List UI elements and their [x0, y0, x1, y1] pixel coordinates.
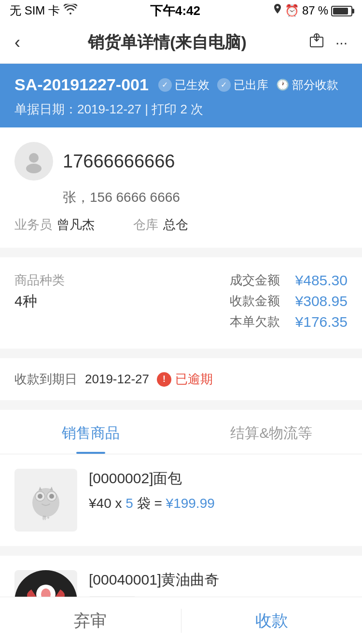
battery-percent-sign: % — [318, 4, 328, 17]
tab-sales-products[interactable]: 销售商品 — [0, 410, 181, 454]
status-tag-partial: 🕐 部分收款 — [276, 77, 338, 93]
overdue-text: 已逾期 — [175, 371, 213, 388]
product-price-x-1: x — [115, 496, 126, 511]
salesperson-value: 曾凡杰 — [57, 216, 95, 233]
customer-meta: 业务员 曾凡杰 仓库 总仓 — [14, 216, 348, 233]
product-name-2: [00040001]黄油曲奇 — [89, 570, 348, 590]
product-total-1: ¥199.99 — [166, 496, 215, 511]
status-partial-label: 部分收款 — [292, 77, 338, 93]
status-tag-effective: ✓ 已生效 — [158, 77, 209, 93]
customer-name: 张，156 6666 6666 — [14, 188, 348, 207]
battery-icon — [331, 4, 352, 17]
svg-point-8 — [49, 494, 54, 499]
amount-label-0: 成交金额 — [230, 272, 280, 289]
amount-label-2: 本单欠款 — [230, 313, 280, 330]
product-eq-1: = — [154, 496, 166, 511]
amount-row-0: 成交金额 ¥485.30 — [230, 272, 348, 289]
order-id: SA-20191227-001 — [14, 75, 149, 94]
carrier-text: 无 SIM 卡 — [10, 3, 60, 18]
warehouse-value: 总仓 — [163, 216, 188, 233]
back-button[interactable]: ‹ — [10, 28, 25, 57]
status-effective-label: 已生效 — [175, 77, 209, 93]
amount-label-1: 收款金额 — [230, 293, 280, 309]
tab-settlement[interactable]: 结算&物流等 — [181, 410, 362, 454]
avatar — [14, 142, 53, 181]
print-count: | 打印 2 次 — [145, 102, 203, 116]
product-info-1: [0000002]面包 ¥40 x 5 袋 = ¥199.99 — [89, 469, 348, 513]
status-right: ⏰ 87% — [273, 4, 352, 17]
status-time: 下午4:42 — [150, 2, 200, 19]
banner-date: 单据日期：2019-12-27 | 打印 2 次 — [14, 101, 348, 118]
summary-section: 商品种类 4种 成交金额 ¥485.30 收款金额 ¥308.95 本单欠款 ¥… — [0, 257, 362, 349]
salesperson-item: 业务员 曾凡杰 — [14, 216, 95, 233]
product-qty-1: 5 — [125, 496, 133, 511]
product-name-1: [0000002]面包 — [89, 469, 348, 489]
overdue-badge: ! 已逾期 — [157, 371, 213, 388]
amount-value-2: ¥176.35 — [290, 314, 348, 330]
category-value: 4种 — [14, 292, 65, 311]
warehouse-item: 仓库 总仓 — [133, 216, 188, 233]
amount-value-1: ¥308.95 — [290, 293, 348, 309]
salesperson-label: 业务员 — [14, 216, 52, 233]
customer-section: 17666666666 张，156 6666 6666 业务员 曾凡杰 仓库 总… — [0, 127, 362, 248]
more-button[interactable]: ··· — [335, 34, 348, 51]
amount-row-1: 收款金额 ¥308.95 — [230, 293, 348, 309]
tabs-section: 销售商品 结算&物流等 — [0, 410, 362, 454]
svg-point-1 — [29, 153, 39, 163]
due-section: 收款到期日 2019-12-27 ! 已逾期 — [0, 358, 362, 400]
customer-phone: 17666666666 — [63, 151, 175, 172]
customer-top: 17666666666 — [14, 142, 348, 181]
cancel-button[interactable]: 弃审 — [0, 600, 181, 642]
svg-point-2 — [26, 164, 42, 173]
product-price-1: ¥40 x 5 袋 = ¥199.99 — [89, 494, 348, 513]
order-date-label: 单据日期：2019-12-27 — [14, 102, 141, 116]
location-icon — [273, 4, 282, 17]
due-label: 收款到期日 — [14, 371, 77, 388]
check-icon-1: ✓ — [158, 78, 172, 92]
list-item: 兽+ [0000002]面包 ¥40 x 5 袋 = ¥199.99 — [0, 454, 362, 546]
category-label: 商品种类 — [14, 272, 65, 289]
battery-percent: 87 — [302, 4, 315, 17]
page-title: 销货单详情(来自电脑) — [25, 31, 309, 54]
summary-right: 成交金额 ¥485.30 收款金额 ¥308.95 本单欠款 ¥176.35 — [230, 272, 348, 334]
svg-text:兽+: 兽+ — [42, 515, 50, 520]
clock-icon: 🕐 — [276, 79, 289, 91]
warehouse-label: 仓库 — [133, 216, 158, 233]
check-icon-2: ✓ — [217, 78, 231, 92]
share-button[interactable] — [309, 33, 324, 51]
nav-actions: ··· — [309, 33, 348, 51]
status-tags: ✓ 已生效 ✓ 已出库 🕐 部分收款 — [158, 77, 338, 93]
status-left: 无 SIM 卡 — [10, 3, 77, 18]
tabs-row: 销售商品 结算&物流等 — [0, 410, 362, 454]
status-shipped-label: 已出库 — [234, 77, 268, 93]
summary-left: 商品种类 4种 — [14, 272, 65, 311]
product-unit-1: 袋 — [137, 496, 151, 511]
amount-row-2: 本单欠款 ¥176.35 — [230, 313, 348, 330]
amount-value-0: ¥485.30 — [290, 272, 348, 289]
confirm-button[interactable]: 收款 — [181, 600, 362, 642]
status-bar: 无 SIM 卡 下午4:42 ⏰ 87% — [0, 0, 362, 21]
overdue-icon: ! — [157, 372, 171, 387]
due-date-value: 2019-12-27 — [85, 372, 149, 387]
nav-bar: ‹ 销货单详情(来自电脑) ··· — [0, 21, 362, 64]
order-banner: SA-20191227-001 ✓ 已生效 ✓ 已出库 🕐 部分收款 单据日期：… — [0, 64, 362, 127]
product-price-value-1: ¥40 — [89, 496, 111, 511]
svg-point-7 — [38, 494, 42, 499]
product-image-1: 兽+ — [14, 469, 77, 532]
alarm-icon: ⏰ — [285, 4, 299, 17]
svg-point-4 — [32, 488, 59, 517]
bottom-toolbar: 弃审 收款 — [0, 597, 362, 644]
status-tag-shipped: ✓ 已出库 — [217, 77, 268, 93]
wifi-icon — [64, 4, 77, 17]
banner-top: SA-20191227-001 ✓ 已生效 ✓ 已出库 🕐 部分收款 — [14, 75, 348, 94]
